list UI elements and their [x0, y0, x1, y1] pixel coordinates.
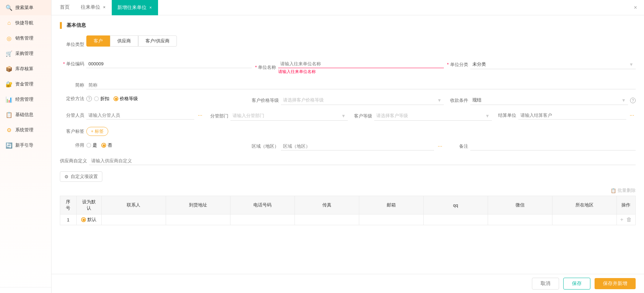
unit-category-select[interactable]: 未分类 ▼ [470, 60, 636, 69]
short-name-label: 简称 [60, 82, 84, 88]
sidebar-label-system: 系统管理 [15, 127, 33, 133]
sidebar-item-finance[interactable]: 🔐 资金管理 [0, 76, 51, 92]
cell-email[interactable] [359, 214, 423, 225]
sidebar-item-quicknav[interactable]: ⌂ 快捷导航 [0, 15, 51, 31]
col-wechat: 微信 [488, 196, 552, 214]
sidebar-item-guide[interactable]: 🔄 新手引导 [0, 138, 51, 153]
pricing-label: 定价方法 [60, 96, 84, 102]
remark-label: 备注 [444, 143, 468, 149]
row-pricing: 定价方法 ? 折扣 价格等级 客户价格等级 请选择客户价格等级 [60, 96, 636, 105]
sidebar-label-quicknav: 快捷导航 [15, 20, 33, 26]
customer-level-select[interactable]: 请选择客户等级 ▼ [374, 111, 492, 121]
cell-phone[interactable] [230, 214, 294, 225]
pricing-help-icon[interactable]: ? [86, 96, 92, 101]
unit-type-customer[interactable]: 客户 [86, 35, 110, 47]
cell-region[interactable] [552, 214, 616, 225]
inventory-icon: 📦 [6, 65, 13, 72]
table-row: 1 默认 [60, 214, 636, 225]
main-close-button[interactable]: × [630, 5, 641, 11]
tab-contacts[interactable]: 往来单位 × [75, 0, 112, 15]
sidebar-label-operations: 经营管理 [15, 96, 33, 103]
disable-label: 停用 [60, 142, 84, 148]
unit-name-group: 请输入往来单位名称 [278, 60, 443, 75]
manager-label: 分管人员 [60, 112, 84, 119]
cell-address[interactable] [166, 214, 230, 225]
price-arrow-icon: ▼ [437, 98, 442, 103]
department-select[interactable]: 请输入分管部门 ▼ [230, 111, 348, 121]
sidebar-item-basic[interactable]: 📋 基础信息 [0, 107, 51, 122]
pricing-discount[interactable]: 折扣 [94, 96, 109, 102]
tab-home[interactable]: 首页 [54, 0, 75, 15]
supplier-custom-input[interactable] [89, 157, 636, 165]
row-shortname: 简称 [60, 81, 636, 89]
sidebar-item-inventory[interactable]: 📦 库存核算 [0, 61, 51, 76]
customer-price-select[interactable]: 请选择客户价格等级 ▼ [281, 96, 443, 105]
supplier-custom-field: 供应商自定义 [60, 157, 636, 165]
row-supplier-custom: 供应商自定义 [60, 157, 636, 165]
cell-contact[interactable] [101, 214, 166, 225]
add-row-icon[interactable]: + [620, 217, 623, 223]
unit-name-input[interactable] [278, 60, 443, 68]
cell-seq: 1 [60, 214, 77, 225]
department-field: 分管部门 请输入分管部门 ▼ [204, 111, 348, 121]
payment-terms-select[interactable]: 现结 ▼ [470, 96, 628, 105]
unit-type-supplier[interactable]: 供应商 [110, 35, 138, 47]
guide-icon: 🔄 [6, 142, 13, 149]
col-contact: 联系人 [101, 196, 166, 214]
save-new-button[interactable]: 保存并新增 [595, 278, 636, 289]
tab-contacts-close[interactable]: × [102, 4, 106, 10]
custom-settings-button[interactable]: ⚙ 自定义项设置 [60, 171, 102, 182]
disable-radio-group: 是 否 [86, 142, 112, 148]
payment-help-icon[interactable]: ? [630, 98, 636, 103]
disable-yes[interactable]: 是 [86, 142, 97, 148]
short-name-input[interactable] [86, 81, 636, 89]
sidebar-label-search: 搜索菜单 [15, 5, 33, 11]
unit-category-field: 单位分类 未分类 ▼ [444, 60, 636, 69]
save-button[interactable]: 保存 [563, 278, 590, 290]
pricing-level-radio [113, 96, 118, 101]
cell-default: 默认 [76, 214, 101, 225]
region-more-icon[interactable]: ··· [436, 143, 443, 149]
search-icon: 🔍 [6, 4, 13, 11]
cancel-button[interactable]: 取消 [532, 278, 559, 290]
payment-terms-field: 收款条件 现结 ▼ ? [444, 96, 636, 105]
unit-type-both[interactable]: 客户/供应商 [138, 35, 177, 47]
sidebar-item-sales[interactable]: ◎ 销售管理 [0, 31, 51, 46]
disable-no[interactable]: 否 [101, 142, 112, 148]
tab-new-contact-close[interactable]: × [149, 5, 152, 11]
row-customer-tag: 客户标签 + 标签 [60, 127, 636, 136]
settlement-input[interactable] [518, 111, 626, 120]
sidebar-item-purchase[interactable]: 🛒 采购管理 [0, 46, 51, 61]
remark-input[interactable] [470, 142, 636, 150]
customer-level-label: 客户等级 [348, 113, 372, 119]
region-input[interactable] [281, 142, 434, 150]
pricing-radio-group: 折扣 价格等级 [94, 96, 138, 102]
add-tag-button[interactable]: + 标签 [86, 127, 108, 136]
bottom-toolbar: 取消 保存 保存并新增 [52, 274, 644, 293]
manager-input[interactable] [86, 111, 194, 120]
batch-delete-label[interactable]: 批量删除 [618, 187, 636, 194]
unit-code-input[interactable] [86, 60, 252, 68]
main-content: 首页 往来单位 × 新增往来单位 × × ▌ 基本信息 单位类型 客户 供应商 … [52, 0, 644, 293]
manager-more-icon[interactable]: ··· [196, 112, 204, 119]
cell-qq[interactable] [423, 214, 488, 225]
form-area: ▌ 基本信息 单位类型 客户 供应商 客户/供应商 单位编码 单位名称 [52, 15, 644, 274]
sidebar-item-system[interactable]: ⚙ 系统管理 [0, 122, 51, 138]
settlement-more-icon[interactable]: ··· [628, 112, 636, 119]
cell-wechat[interactable] [488, 214, 552, 225]
pricing-level[interactable]: 价格等级 [113, 96, 138, 102]
default-radio[interactable] [81, 217, 86, 222]
settlement-label: 结算单位 [492, 112, 516, 119]
unit-name-error: 请输入往来单位名称 [278, 69, 316, 75]
row-manager: 分管人员 ··· 分管部门 请输入分管部门 ▼ 客户等级 请选择客户等级 ▼ 结… [60, 111, 636, 121]
delete-row-icon[interactable]: 🗑 [626, 217, 632, 223]
cell-fax[interactable] [294, 214, 359, 225]
tab-new-contact[interactable]: 新增往来单位 × [112, 0, 158, 15]
table-header: 序号 设为默认 联系人 到货地址 电话号码 传真 邮箱 qq 微信 所在地区 操… [60, 196, 636, 214]
sidebar: 🔍 搜索菜单 ⌂ 快捷导航 ◎ 销售管理 🛒 采购管理 📦 库存核算 🔐 资金管… [0, 0, 52, 293]
dept-arrow-icon: ▼ [341, 113, 346, 119]
customer-level-field: 客户等级 请选择客户等级 ▼ [348, 111, 492, 121]
sidebar-item-operations[interactable]: 📊 经营管理 [0, 92, 51, 107]
disable-no-radio [101, 143, 106, 148]
sidebar-item-search[interactable]: 🔍 搜索菜单 [0, 0, 51, 15]
